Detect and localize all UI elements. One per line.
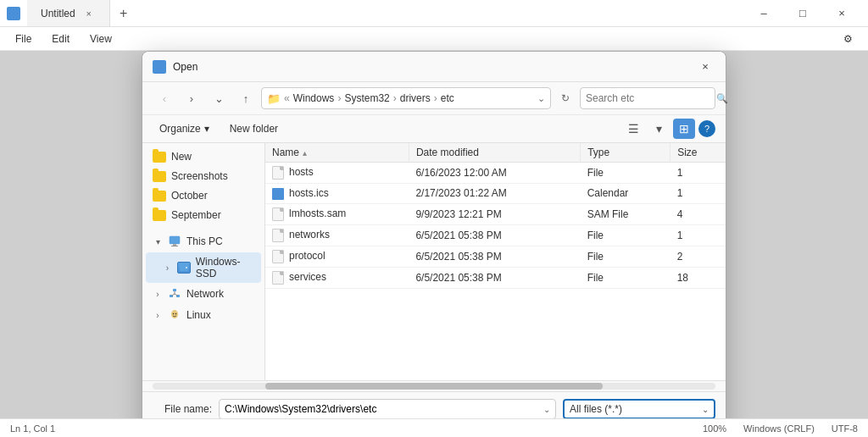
expand-arrow-icon: ▾ — [153, 236, 163, 246]
svg-point-4 — [186, 267, 187, 268]
expand-arrow-icon: › — [163, 263, 172, 273]
filename-chevron-icon[interactable]: ⌄ — [543, 405, 550, 414]
forward-button[interactable]: › — [180, 88, 203, 108]
folder-icon — [153, 210, 166, 221]
type-cell: File — [581, 267, 670, 288]
sidebar-item-label: Network — [186, 288, 224, 300]
type-cell: Calendar — [581, 184, 670, 204]
organize-button[interactable]: Organize ▾ — [153, 120, 216, 137]
scrollbar-thumb[interactable] — [265, 383, 603, 390]
new-tab-button[interactable]: + — [110, 0, 137, 27]
sidebar-item-windows-ssd[interactable]: › Windows-SSD — [146, 252, 261, 283]
hdd-icon — [177, 262, 191, 274]
size-cell: 1 — [670, 163, 726, 184]
address-bar[interactable]: 📁 « Windows › System32 › drivers › etc ⌄ — [261, 87, 551, 109]
sidebar-item-label: Linux — [186, 309, 211, 321]
linux-icon — [168, 308, 181, 322]
address-folder-icon: 📁 — [267, 92, 281, 105]
col-type[interactable]: Type — [581, 143, 670, 163]
table-row[interactable]: hosts 6/16/2023 12:00 AM File 1 — [265, 163, 726, 184]
dropdown-button[interactable]: ⌄ — [207, 88, 231, 108]
file-icon — [272, 229, 284, 242]
svg-rect-0 — [170, 236, 180, 244]
up-button[interactable]: ↑ — [234, 88, 258, 108]
sidebar-item-screenshots[interactable]: Screenshots — [146, 167, 261, 185]
expand-arrow-icon: › — [153, 289, 163, 299]
scrollbar-track — [153, 383, 715, 390]
breadcrumb-system32[interactable]: System32 — [344, 92, 389, 104]
network-icon — [168, 287, 181, 301]
svg-rect-5 — [173, 289, 176, 291]
folder-icon — [153, 191, 166, 202]
col-name[interactable]: Name▴ — [265, 143, 409, 163]
help-button[interactable]: ? — [698, 120, 715, 137]
new-folder-button[interactable]: New folder — [223, 120, 285, 137]
sidebar-item-new[interactable]: New — [146, 147, 261, 166]
table-row[interactable]: protocol 6/5/2021 05:38 PM File 2 — [265, 246, 726, 267]
dialog-close-button[interactable]: × — [695, 57, 715, 77]
address-chevron-icon[interactable]: ⌄ — [537, 93, 545, 104]
filetype-select[interactable]: All files (*.*) ⌄ — [563, 399, 715, 419]
size-cell: 1 — [670, 224, 726, 246]
minimize-button[interactable]: – — [744, 0, 783, 27]
type-cell: File — [581, 163, 670, 184]
back-button[interactable]: ‹ — [153, 88, 176, 108]
list-view-button[interactable]: ☰ — [622, 119, 644, 139]
folder-icon — [153, 152, 166, 163]
encoding-status: UTF-8 — [832, 423, 858, 434]
filename-row: File name: ⌄ All files (*.*) ⌄ — [153, 399, 715, 419]
sidebar-item-linux[interactable]: › Linux — [146, 305, 261, 325]
search-input[interactable] — [586, 92, 713, 104]
date-cell: 6/5/2021 05:38 PM — [409, 224, 580, 246]
file-icon-blue — [272, 188, 284, 200]
close-button[interactable]: × — [822, 0, 861, 27]
view-dropdown-button[interactable]: ▾ — [648, 119, 670, 139]
settings-button[interactable]: ⚙ — [835, 30, 861, 48]
content-toolbar: Organize ▾ New folder ☰ ▾ ⊞ ? — [142, 115, 726, 143]
filetype-label: All files (*.*) — [570, 403, 698, 415]
size-cell: 1 — [670, 184, 726, 204]
menu-edit[interactable]: Edit — [43, 30, 78, 48]
dialog-nav-toolbar: ‹ › ⌄ ↑ 📁 « Windows › System32 › drivers… — [142, 82, 726, 115]
line-ending: Windows (CRLF) — [743, 423, 815, 434]
dialog-title: Open — [173, 61, 688, 73]
sidebar-item-september[interactable]: September — [146, 206, 261, 224]
sidebar-item-label: Screenshots — [171, 170, 228, 182]
refresh-button[interactable]: ↻ — [554, 88, 576, 108]
breadcrumb-drivers[interactable]: drivers — [400, 92, 431, 104]
zoom-level: 100% — [703, 423, 726, 434]
breadcrumb-windows[interactable]: Windows — [293, 92, 335, 104]
dialog-body: New Screenshots October September ▾ — [142, 143, 726, 380]
menu-file[interactable]: File — [7, 30, 40, 48]
dialog-titlebar: Open × — [142, 52, 726, 82]
tab-close-button[interactable]: × — [82, 7, 96, 20]
table-row[interactable]: networks 6/5/2021 05:38 PM File 1 — [265, 224, 726, 246]
size-cell: 4 — [670, 203, 726, 224]
organize-chevron-icon: ▾ — [204, 123, 209, 135]
filename-input[interactable] — [225, 403, 543, 415]
sidebar-item-label: October — [171, 190, 208, 202]
maximize-button[interactable]: □ — [783, 0, 822, 27]
breadcrumb-etc[interactable]: etc — [441, 92, 454, 104]
table-row[interactable]: lmhosts.sam 9/9/2023 12:21 PM SAM File 4 — [265, 203, 726, 224]
sidebar-item-thispc[interactable]: ▾ This PC — [146, 231, 261, 252]
details-view-button[interactable]: ⊞ — [673, 119, 695, 139]
table-row[interactable]: services 6/5/2021 05:38 PM File 18 — [265, 267, 726, 288]
menu-view[interactable]: View — [81, 30, 120, 48]
sidebar-item-october[interactable]: October — [146, 186, 261, 205]
file-icon — [272, 250, 284, 263]
file-table: Name▴ Date modified Type Size hosts 6/16… — [265, 143, 726, 289]
col-size[interactable]: Size — [670, 143, 726, 163]
col-date[interactable]: Date modified — [409, 143, 580, 163]
statusbar: Ln 1, Col 1 100% Windows (CRLF) UTF-8 — [0, 418, 868, 437]
folder-icon — [153, 171, 166, 182]
file-icon — [272, 207, 284, 221]
horizontal-scrollbar[interactable] — [142, 380, 726, 391]
search-icon: 🔍 — [716, 93, 728, 104]
sidebar: New Screenshots October September ▾ — [142, 143, 265, 380]
tab-untitled[interactable]: Untitled × — [27, 0, 110, 26]
table-row[interactable]: hosts.ics 2/17/2023 01:22 AM Calendar 1 — [265, 184, 726, 204]
svg-rect-1 — [173, 244, 176, 246]
dialog-icon — [153, 60, 166, 74]
sidebar-item-network[interactable]: › Network — [146, 284, 261, 304]
